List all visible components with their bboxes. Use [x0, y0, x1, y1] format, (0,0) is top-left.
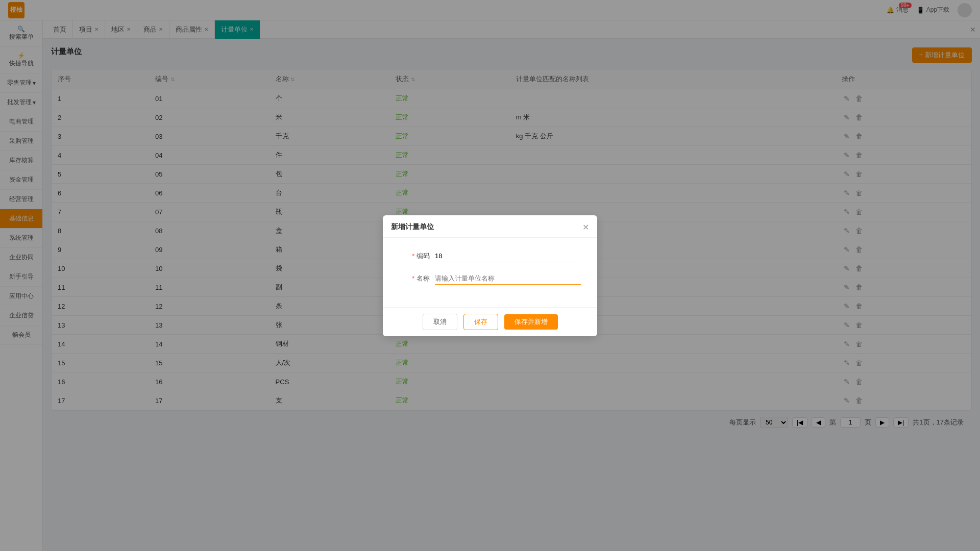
dialog-close-button[interactable]: ✕: [582, 222, 589, 232]
form-row-code: * 编码: [399, 250, 581, 262]
dialog-body: * 编码 * 名称: [383, 238, 597, 307]
save-button[interactable]: 保存: [463, 314, 498, 330]
code-input[interactable]: [435, 250, 581, 262]
add-unit-dialog: 新增计量单位 ✕ * 编码 * 名称 取消 保存 保存并新增: [383, 215, 597, 336]
name-input[interactable]: [435, 272, 581, 285]
name-label: * 名称: [399, 274, 430, 283]
cancel-button[interactable]: 取消: [423, 314, 457, 330]
dialog-header: 新增计量单位 ✕: [383, 215, 597, 238]
dialog-title: 新增计量单位: [391, 222, 434, 232]
save-and-new-button[interactable]: 保存并新增: [504, 314, 558, 330]
code-label: * 编码: [399, 252, 430, 261]
modal-overlay[interactable]: 新增计量单位 ✕ * 编码 * 名称 取消 保存 保存并新增: [0, 0, 980, 551]
form-row-name: * 名称: [399, 272, 581, 285]
dialog-footer: 取消 保存 保存并新增: [383, 307, 597, 336]
